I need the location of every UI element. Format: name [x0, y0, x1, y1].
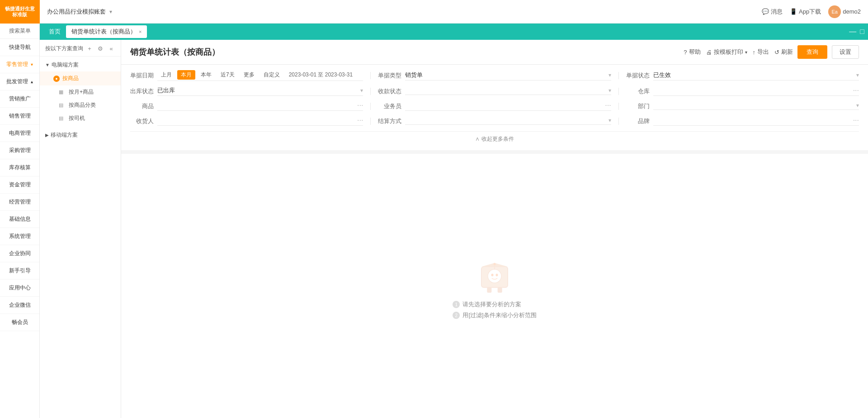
sidebar-item-wechat[interactable]: 企业微信 — [0, 297, 39, 314]
template-print-btn[interactable]: 🖨 按模板打印 ▾ — [706, 48, 747, 56]
filter-payment-method-control[interactable]: ▾ — [405, 117, 611, 125]
tab-sales-stat[interactable]: 销货单统计表（按商品） × — [66, 25, 147, 38]
filter-department-label: 部门 — [626, 102, 650, 110]
settings-scheme-btn[interactable]: ⚙ — [96, 44, 104, 52]
sidebar-item-newbie[interactable]: 新手引导 — [0, 262, 39, 280]
scheme-item-by-product-label: 按商品 — [62, 75, 79, 82]
sidebar-item-finance[interactable]: 资金管理 — [0, 176, 39, 194]
query-btn[interactable]: 查询 — [797, 45, 827, 59]
filter-product-dots[interactable]: ··· — [357, 101, 363, 109]
collapse-filter-btn[interactable]: ∧ 收起更多条件 — [130, 131, 859, 145]
filter-status-value: 已生效 — [653, 71, 854, 79]
sidebar-item-basic[interactable]: 基础信息 — [0, 211, 39, 228]
filter-salesperson-dots[interactable]: ··· — [605, 101, 611, 109]
svg-rect-7 — [498, 287, 502, 293]
scheme-group-mobile-title[interactable]: ▶ 移动端方案 — [40, 128, 121, 142]
date-btn-last-month[interactable]: 上月 — [157, 70, 175, 80]
avatar: Ea — [828, 5, 841, 18]
filter-out-status-label: 出库状态 — [130, 87, 154, 95]
help-label: 帮助 — [689, 48, 701, 56]
settings-btn[interactable]: 设置 — [832, 45, 859, 59]
topbar-right: 💬 消息 📱 App下载 Ea demo2 — [762, 5, 861, 18]
sidebar-item-ecommerce[interactable]: 电商管理 — [0, 125, 39, 142]
scheme-group-pc-title[interactable]: ▼ 电脑端方案 — [40, 58, 121, 71]
scheme-item-by-product[interactable]: ● 按商品 — [40, 71, 121, 86]
sidebar-quick-nav[interactable]: 快捷导航 — [0, 39, 39, 56]
filter-brand-dots[interactable]: ··· — [853, 116, 859, 124]
help-btn[interactable]: ? 帮助 — [684, 48, 700, 56]
add-scheme-btn[interactable]: + — [85, 44, 94, 52]
filter-salesperson-control[interactable]: ··· — [405, 101, 611, 111]
filter-collect-status-control[interactable]: ▾ — [405, 87, 611, 95]
filter-type: 单据类型 销货单 ▾ — [378, 71, 611, 81]
date-range-value: 2023-03-01 至 2023-03-31 — [289, 71, 353, 79]
scheme-group-mobile-label: 移动端方案 — [51, 131, 78, 139]
sidebar-item-member[interactable]: 畅会员 — [0, 314, 39, 331]
scheme-item-by-printer[interactable]: ▤ 按司机 — [40, 112, 121, 125]
app-download-btn[interactable]: 📱 App下载 — [790, 8, 821, 16]
filter-out-status: 出库状态 已出库 ▾ — [130, 86, 363, 96]
collapse-panel-btn[interactable]: « — [107, 44, 115, 52]
filter-recipient: 收货人 ··· — [130, 116, 363, 126]
empty-tip-1: 1 请先选择要分析的方案 — [453, 300, 536, 309]
sidebar-item-enterprise[interactable]: 企业协同 — [0, 245, 39, 262]
filter-department-arrow: ▾ — [856, 102, 859, 109]
filter-status-control[interactable]: 已生效 ▾ — [653, 71, 859, 81]
filter-out-status-control[interactable]: 已出库 ▾ — [157, 86, 363, 96]
filter-recipient-dots[interactable]: ··· — [357, 116, 363, 124]
user-area[interactable]: Ea demo2 — [828, 5, 861, 18]
help-icon: ? — [684, 49, 687, 56]
export-label: 导出 — [757, 48, 769, 56]
date-btn-current-month[interactable]: 本月 — [177, 70, 195, 80]
tab-home[interactable]: 首页 — [43, 25, 66, 38]
svg-rect-6 — [487, 287, 491, 293]
sidebar-item-system[interactable]: 系统管理 — [0, 228, 39, 245]
sidebar-item-marketing[interactable]: 营销推广 — [0, 90, 39, 108]
content-area: 按以下方案查询 + ⚙ « ▼ 电脑端方案 ● 按商品 ▦ — [40, 40, 868, 418]
date-btn-more[interactable]: 更多 — [240, 70, 258, 80]
refresh-btn[interactable]: ↺ 刷新 — [774, 48, 793, 56]
sidebar-item-purchase[interactable]: 采购管理 — [0, 142, 39, 159]
sidebar-search[interactable]: 搜索菜单 — [0, 24, 39, 39]
filter-warehouse-control[interactable]: ··· — [653, 86, 859, 96]
filter-brand-control[interactable]: ··· — [653, 116, 859, 126]
filter-row-1: 单据日期 上月 本月 本年 近7天 更多 自定义 2023-03-01 至 20… — [130, 70, 859, 81]
filter-type-arrow: ▾ — [609, 72, 611, 78]
tab-close-icon[interactable]: × — [139, 29, 142, 34]
sidebar-item-operation[interactable]: 经营管理 — [0, 194, 39, 211]
filter-department-control[interactable]: ▾ — [653, 102, 859, 110]
app-logo[interactable]: 畅捷通好生意 标准版 — [0, 0, 40, 24]
filter-warehouse-dots[interactable]: ··· — [853, 86, 859, 95]
filter-recipient-label: 收货人 — [130, 117, 154, 125]
sidebar-item-retail-label: 零售管理 — [6, 61, 28, 67]
sidebar-item-wholesale[interactable]: 批发管理 ▴ — [0, 73, 39, 90]
message-btn[interactable]: 💬 消息 — [762, 8, 783, 16]
scheme-item-by-printer-label: 按司机 — [69, 114, 85, 122]
collapse-label: ∧ 收起更多条件 — [475, 135, 514, 143]
tabbar-maximize-icon[interactable]: □ — [860, 28, 864, 36]
filter-type-control[interactable]: 销货单 ▾ — [405, 71, 611, 81]
scheme-item-by-month-product[interactable]: ▦ 按月+商品 — [40, 86, 121, 99]
scheme-group-pc-arrow: ▼ — [45, 62, 50, 67]
tip-num-2: 2 — [453, 312, 460, 319]
date-btn-7days[interactable]: 近7天 — [217, 70, 238, 80]
sidebar-item-app-center[interactable]: 应用中心 — [0, 280, 39, 297]
date-btn-current-year[interactable]: 本年 — [197, 70, 215, 80]
sidebar-item-retail[interactable]: 零售管理 ▾ — [0, 56, 39, 73]
tabbar-minimize-icon[interactable]: — — [849, 28, 856, 36]
export-btn[interactable]: ↑ 导出 — [753, 48, 769, 56]
date-btn-custom[interactable]: 自定义 — [260, 70, 283, 80]
sidebar-item-inventory[interactable]: 库存核算 — [0, 159, 39, 176]
filter-collect-status-label: 收款状态 — [378, 87, 401, 95]
scheme-item-by-category[interactable]: ▤ 按商品分类 — [40, 99, 121, 112]
industry-dropdown-icon[interactable]: ▾ — [109, 9, 112, 15]
filter-product-control[interactable]: ··· — [157, 101, 363, 111]
tabbar: 首页 销货单统计表（按商品） × — □ — [40, 24, 868, 40]
sidebar-item-sales-mgmt[interactable]: 销售管理 — [0, 108, 39, 125]
topbar-left: 办公用品行业模拟账套 ▾ — [47, 8, 112, 16]
filter-product: 商品 ··· — [130, 101, 363, 111]
template-print-label: 按模板打印 — [714, 48, 743, 56]
refresh-label: 刷新 — [781, 48, 793, 56]
filter-sep-1 — [370, 72, 371, 79]
filter-recipient-control[interactable]: ··· — [157, 116, 363, 126]
